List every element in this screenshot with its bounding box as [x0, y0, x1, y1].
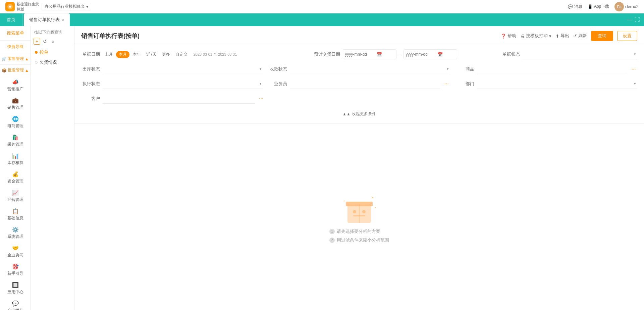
estimated-date-range: 📅 — 📅: [343, 49, 457, 59]
date-tab-this-month[interactable]: 本月: [116, 51, 129, 58]
system-icon: ⚙️: [12, 226, 19, 233]
customer-more-btn[interactable]: ···: [258, 96, 265, 101]
refresh-btn[interactable]: ↺ 刷新: [573, 33, 587, 39]
filter-row-2: 出库状态 ▾ 收款状态: [81, 64, 637, 74]
account-selector[interactable]: 办公用品行业模拟账套 ▾: [42, 3, 91, 10]
sidebar-item-sales[interactable]: 💼 销售管理: [0, 95, 31, 113]
tab-home[interactable]: 首页: [0, 13, 22, 26]
exec-status-dropdown[interactable]: [104, 81, 262, 86]
date-tab-more[interactable]: 更多: [160, 51, 172, 58]
operations-icon: 📈: [12, 190, 19, 196]
chevron-icon: ▲: [25, 57, 29, 61]
ship-status-dropdown[interactable]: [104, 66, 262, 71]
ship-status-label: 出库状态: [81, 66, 100, 72]
sidebar-item-system[interactable]: ⚙️ 系统管理: [0, 224, 31, 242]
date-tab-this-year[interactable]: 本年: [131, 51, 143, 58]
chevron-down-icon: ▾: [86, 4, 88, 9]
scheme-item-press[interactable]: 按单: [31, 47, 74, 57]
sales-icon: 💼: [12, 97, 19, 104]
sidebar-item-guide[interactable]: 🎯 新手引导: [0, 261, 31, 279]
settings-button[interactable]: 设置: [617, 31, 637, 41]
doc-status-label: 单据状态: [501, 51, 520, 57]
sidebar-search-section: 搜索菜单: [0, 26, 31, 41]
sidebar-item-operations[interactable]: 📈 经营管理: [0, 187, 31, 205]
tab-sales-order[interactable]: 销售订单执行表 ×: [24, 13, 70, 26]
svg-point-9: [344, 200, 345, 201]
estimated-date-to[interactable]: [406, 52, 436, 57]
sidebar-item-inventory[interactable]: 📊 库存核算: [0, 150, 31, 168]
app-download-btn[interactable]: 📱 App下载: [588, 4, 609, 9]
ship-status-select[interactable]: ▾: [103, 64, 263, 74]
left-panel-actions: + ↺ «: [31, 38, 74, 47]
maximize-icon[interactable]: ⛶: [635, 17, 640, 23]
minimize-icon[interactable]: —: [627, 17, 632, 23]
date-tab-last-month[interactable]: 上月: [103, 51, 115, 58]
page-title: 销售订单执行表(按单): [81, 32, 140, 40]
filter-row-4: 客户 ···: [81, 94, 637, 104]
collapse-panel-btn[interactable]: «: [50, 38, 56, 45]
goods-input[interactable]: [477, 64, 628, 74]
help-btn[interactable]: ❓ 帮助: [501, 33, 516, 39]
dept-select[interactable]: ▾: [477, 79, 637, 89]
sidebar-item-purchase[interactable]: 🛍️ 采购管理: [0, 132, 31, 150]
exec-status-select[interactable]: ▾: [103, 79, 263, 89]
filter-row-3: 执行状态 ▾ 业务员 ···: [81, 79, 637, 89]
print-btn[interactable]: 🖨 按模板打印 ▾: [520, 33, 551, 39]
page-title-bar: 销售订单执行表(按单) ❓ 帮助 🖨 按模板打印 ▾ ⬆: [74, 26, 644, 44]
refresh-icon: ↺: [573, 34, 577, 39]
dept-select-arrow-icon: ▾: [634, 82, 636, 86]
hint-num-2: 2: [329, 238, 335, 243]
tab-close-icon[interactable]: ×: [62, 17, 64, 22]
message-icon: 💬: [568, 4, 573, 9]
sidebar-item-marketing[interactable]: 📣 营销推广: [0, 76, 31, 95]
customer-input[interactable]: [103, 94, 255, 104]
collapse-filter-btn[interactable]: ▲▲ 收起更多条件: [81, 108, 637, 118]
collection-status-dropdown[interactable]: [291, 66, 449, 71]
sidebar-item-wechat[interactable]: 💬 企业微信: [0, 298, 31, 310]
message-btn[interactable]: 💬 消息: [568, 4, 582, 9]
query-button[interactable]: 查询: [591, 31, 613, 41]
filter-doc-status: 单据状态 ▾: [501, 49, 638, 59]
user-area[interactable]: Ea demo2: [614, 2, 639, 11]
date-label: 单据日期: [81, 51, 100, 57]
print-chevron-icon: ▾: [549, 34, 551, 39]
svg-rect-7: [353, 215, 365, 216]
sidebar-item-wholesale[interactable]: 📦 批发管理 ▲: [0, 65, 31, 76]
sidebar-item-apps[interactable]: 🔲 应用中心: [0, 279, 31, 298]
salesperson-more-btn[interactable]: ···: [443, 81, 450, 87]
inactive-dot-icon: [35, 61, 38, 64]
doc-status-select[interactable]: ▾: [523, 49, 638, 59]
calendar-from-icon[interactable]: 📅: [377, 52, 382, 57]
add-scheme-btn[interactable]: +: [34, 38, 40, 45]
date-tab-7days[interactable]: 近7天: [144, 51, 159, 58]
ecommerce-icon: 🌐: [12, 116, 19, 122]
export-btn[interactable]: ⬆ 导出: [555, 33, 569, 39]
sidebar-item-finance[interactable]: 💰 资金管理: [0, 168, 31, 187]
empty-hints: 1 请先选择要分析的方案 2 用过滤条件来缩小分析范围: [329, 228, 389, 243]
goods-more-btn[interactable]: ···: [630, 66, 637, 72]
estimated-date-from[interactable]: [345, 52, 375, 57]
date-range-display: 2023-03-01 至 2023-03-31: [194, 52, 237, 57]
doc-status-dropdown[interactable]: [524, 52, 636, 57]
calendar-to-icon[interactable]: 📅: [437, 52, 443, 57]
collapse-up-icon: ▲▲: [342, 112, 351, 116]
logo: 畅捷通好生意 标版: [5, 2, 39, 11]
search-menu-btn[interactable]: 搜索菜单: [3, 29, 28, 38]
dept-dropdown[interactable]: [478, 81, 636, 86]
sidebar-item-retail[interactable]: 🛒 零售管理 ▲: [0, 53, 31, 64]
salesperson-input[interactable]: [290, 79, 440, 89]
date-tab-custom[interactable]: 自定义: [173, 51, 190, 58]
select-arrow-icon: ▾: [634, 52, 636, 56]
wechat-icon: 💬: [12, 300, 19, 307]
collection-status-select[interactable]: ▾: [290, 64, 450, 74]
sidebar-item-basic[interactable]: 📋 基础信息: [0, 205, 31, 224]
scheme-item-debt[interactable]: 欠货情况: [31, 57, 74, 67]
sidebar-item-ecommerce[interactable]: 🌐 电商管理: [0, 113, 31, 132]
empty-icon: [339, 191, 379, 224]
filter-collection-status: 收款状态 ▾: [268, 64, 450, 74]
quick-nav-label[interactable]: 快捷导航: [0, 43, 31, 51]
refresh-scheme-btn[interactable]: ↺: [42, 38, 48, 45]
empty-state: 1 请先选择要分析的方案 2 用过滤条件来缩小分析范围: [74, 124, 644, 310]
finance-icon: 💰: [12, 171, 19, 177]
sidebar-item-corp[interactable]: 🤝 企业协同: [0, 242, 31, 261]
